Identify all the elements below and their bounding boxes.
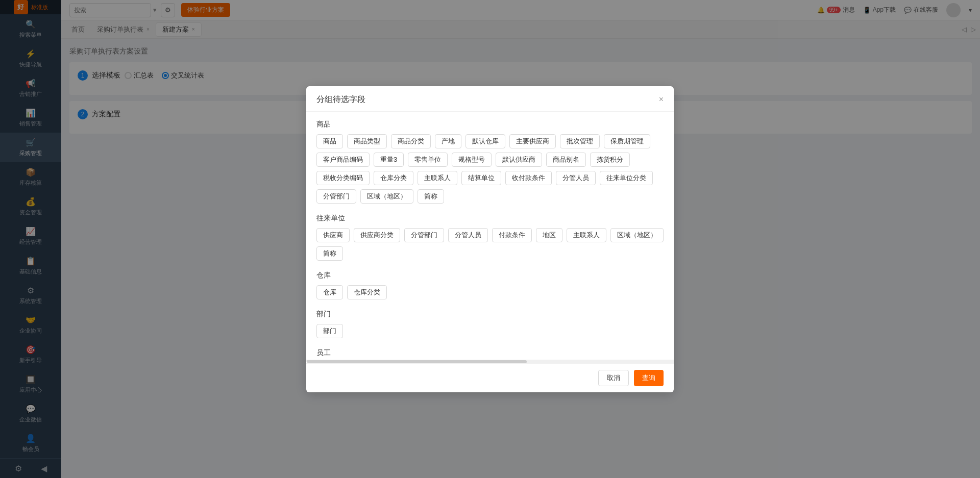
field-tag-3-0[interactable]: 部门 <box>316 324 343 338</box>
field-tag-1-2[interactable]: 分管部门 <box>404 228 444 242</box>
field-tag-1-3[interactable]: 分管人员 <box>448 228 488 242</box>
field-tag-1-0[interactable]: 供应商 <box>316 228 350 242</box>
field-tag-0-22[interactable]: 分管部门 <box>316 189 356 204</box>
field-tag-0-24[interactable]: 简称 <box>418 189 444 204</box>
field-tag-0-13[interactable]: 商品别名 <box>546 153 586 167</box>
field-select-modal: 分组待选字段 × 商品商品商品类型商品分类产地默认仓库主要供应商批次管理保质期管… <box>306 86 674 392</box>
field-tag-0-0[interactable]: 商品 <box>316 134 343 148</box>
field-tag-0-20[interactable]: 分管人员 <box>556 171 596 185</box>
field-tag-1-4[interactable]: 付款条件 <box>492 228 532 242</box>
field-tag-1-6[interactable]: 主联系人 <box>567 228 606 242</box>
field-tag-0-6[interactable]: 批次管理 <box>560 134 600 148</box>
field-tag-0-19[interactable]: 收付款条件 <box>505 171 552 185</box>
field-section-0: 商品商品商品类型商品分类产地默认仓库主要供应商批次管理保质期管理客户商品编码重量… <box>316 120 664 204</box>
field-tags-3: 部门 <box>316 324 664 338</box>
field-tag-0-14[interactable]: 拣货积分 <box>590 153 630 167</box>
field-tag-0-10[interactable]: 零售单位 <box>408 153 448 167</box>
field-tag-0-18[interactable]: 结算单位 <box>461 171 501 185</box>
field-section-title-4: 员工 <box>316 348 664 358</box>
field-tag-1-1[interactable]: 供应商分类 <box>354 228 400 242</box>
field-section-1: 往来单位供应商供应商分类分管部门分管人员付款条件地区主联系人区域（地区）简称 <box>316 214 664 261</box>
field-tag-0-21[interactable]: 往来单位分类 <box>600 171 653 185</box>
field-section-title-1: 往来单位 <box>316 214 664 223</box>
cancel-button[interactable]: 取消 <box>598 370 629 386</box>
field-tag-1-5[interactable]: 地区 <box>536 228 562 242</box>
field-tag-1-8[interactable]: 简称 <box>316 246 343 261</box>
field-tag-2-1[interactable]: 仓库分类 <box>347 285 387 299</box>
field-tag-0-8[interactable]: 客户商品编码 <box>316 153 370 167</box>
field-tag-2-0[interactable]: 仓库 <box>316 285 343 299</box>
field-tag-0-16[interactable]: 仓库分类 <box>374 171 413 185</box>
field-tags-0: 商品商品类型商品分类产地默认仓库主要供应商批次管理保质期管理客户商品编码重量3零… <box>316 134 664 204</box>
field-tag-0-5[interactable]: 主要供应商 <box>509 134 556 148</box>
modal-header: 分组待选字段 × <box>306 86 674 112</box>
field-section-title-3: 部门 <box>316 310 664 319</box>
field-section-3: 部门部门 <box>316 310 664 338</box>
field-tag-0-12[interactable]: 默认供应商 <box>496 153 542 167</box>
field-tag-0-2[interactable]: 商品分类 <box>391 134 431 148</box>
field-tag-0-17[interactable]: 主联系人 <box>418 171 457 185</box>
field-tag-0-15[interactable]: 税收分类编码 <box>316 171 370 185</box>
field-section-4: 员工业务员 <box>316 348 664 360</box>
field-tags-2: 仓库仓库分类 <box>316 285 664 299</box>
field-section-2: 仓库仓库仓库分类 <box>316 271 664 299</box>
modal-close-button[interactable]: × <box>659 95 664 104</box>
field-section-title-2: 仓库 <box>316 271 664 280</box>
field-tag-0-7[interactable]: 保质期管理 <box>604 134 650 148</box>
field-tag-0-4[interactable]: 默认仓库 <box>465 134 505 148</box>
field-tags-1: 供应商供应商分类分管部门分管人员付款条件地区主联系人区域（地区）简称 <box>316 228 664 261</box>
field-tag-0-23[interactable]: 区域（地区） <box>360 189 413 204</box>
field-tag-0-1[interactable]: 商品类型 <box>347 134 387 148</box>
confirm-button[interactable]: 查询 <box>634 370 664 386</box>
field-tag-0-11[interactable]: 规格型号 <box>452 153 492 167</box>
modal-title: 分组待选字段 <box>316 94 365 105</box>
modal-horizontal-scrollbar[interactable] <box>306 360 674 363</box>
modal-overlay: 分组待选字段 × 商品商品商品类型商品分类产地默认仓库主要供应商批次管理保质期管… <box>0 0 980 478</box>
modal-scrollbar-thumb <box>306 360 527 363</box>
field-tag-1-7[interactable]: 区域（地区） <box>610 228 664 242</box>
field-tag-0-3[interactable]: 产地 <box>435 134 461 148</box>
modal-body: 商品商品商品类型商品分类产地默认仓库主要供应商批次管理保质期管理客户商品编码重量… <box>306 112 674 360</box>
modal-footer: 取消 查询 <box>306 363 674 392</box>
field-section-title-0: 商品 <box>316 120 664 129</box>
field-tag-0-9[interactable]: 重量3 <box>374 153 404 167</box>
